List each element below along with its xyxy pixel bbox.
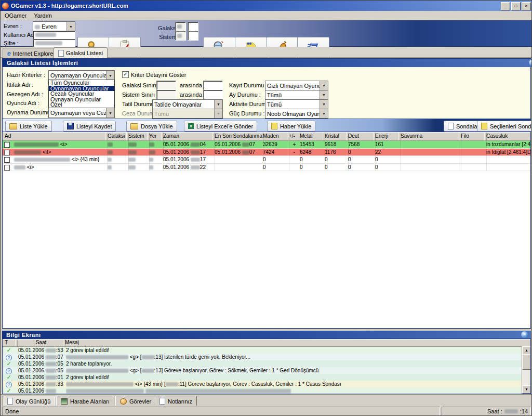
tab-notlariniz[interactable]: Notlarınız — [155, 396, 197, 407]
evren-label: Evren : — [4, 23, 22, 29]
tab-internet-explorer[interactable]: e Internet Explorer — [3, 48, 60, 58]
log-row[interactable]: ✓ 05.01.2006 :01 2 görev iptal edildi! — [3, 374, 530, 381]
table-row[interactable]: <i> {43 min} 05.01.2006 17 0 0 0 0 0 — [3, 156, 530, 164]
col-sistem[interactable]: Sistem — [126, 132, 150, 140]
col-savunma[interactable]: Savunma — [398, 132, 461, 140]
table-row[interactable]: <iI> 05.01.2006 17 05.01.2006 07 7424 - … — [3, 149, 530, 157]
table-row[interactable]: <i> 05.01.2006 04 05.01.2006 07 32639 + … — [3, 141, 530, 149]
col-maden[interactable]: Maden — [261, 132, 289, 140]
log-row-partial[interactable]: ✓ 05.01.2006 — [3, 387, 530, 394]
col-galaksi[interactable]: Galaksi — [105, 132, 129, 140]
col-kristal[interactable]: Kristal — [323, 132, 349, 140]
status-text: Done — [2, 407, 440, 416]
restore-icon[interactable]: ❐ — [511, 2, 521, 10]
col-casusluk[interactable]: Casusluk — [484, 132, 531, 140]
close-icon[interactable]: × — [522, 2, 531, 10]
status-bar: Done Saat : :14 — [1, 406, 532, 416]
question-bubble-icon: ? — [6, 355, 12, 360]
toolbar: Evren : Evren ▼ Kullanıcı Adı : Şifre : … — [1, 20, 532, 47]
chevron-down-icon[interactable]: ▼ — [66, 22, 75, 31]
title-bar: OGamer v1.3 - http://ogamer.shortURL.com… — [1, 1, 532, 11]
bilgi-ekrani-header: Bilgi Ekranı « — [2, 331, 531, 339]
col-mesaj[interactable]: Mesaj — [63, 339, 530, 346]
secilenleri-sondala-button[interactable]: Seçilenleri Sondala — [477, 121, 532, 132]
scroll-down-icon[interactable]: ▼ — [522, 385, 531, 394]
log-row[interactable]: ? 05.01.2006 :07 <g> [:13] İstenilen tür… — [3, 354, 530, 360]
sistem-sinir-to[interactable] — [203, 90, 223, 99]
haber-yukle-button[interactable]: Haber Yükle — [267, 121, 315, 132]
galaksi-from-input[interactable] — [175, 22, 186, 31]
guc-durumu-select[interactable]: Noob Olmayan Oyuncular ▼ — [265, 109, 328, 119]
col-zaman[interactable]: Zaman — [161, 132, 215, 140]
action-bar: Liste Yükle Listeyi Kaydet Dosya Yükle X… — [2, 119, 531, 132]
tatil-durumu-select[interactable]: Tatilde Olmayanlar ▼ — [152, 99, 223, 109]
col-enerji[interactable]: Enerji — [373, 132, 401, 140]
chevron-down-icon[interactable]: ▼ — [320, 90, 328, 99]
bilgi-ekrani-list: T Saat Mesaj ✓ 05.01.2006 :53 2 görev ip… — [2, 339, 531, 394]
galaksi-to-input[interactable] — [188, 22, 198, 31]
tasks-icon — [120, 398, 127, 405]
sistem-to-input[interactable] — [188, 31, 198, 41]
galaksi-sinir-from[interactable] — [156, 81, 176, 90]
dropdown-option[interactable]: Cezalı Oyuncular — [49, 91, 114, 97]
kullanici-input[interactable] — [33, 31, 75, 40]
tab-gorevler[interactable]: Görevler — [115, 396, 156, 407]
scrollbar[interactable]: ▲ ▼ — [522, 346, 530, 394]
log-row[interactable]: ✓ 05.01.2006 :05 2 harabe toplanıyor. — [3, 360, 530, 367]
col-ad[interactable]: Ad — [3, 132, 108, 140]
col-metal[interactable]: Metal — [298, 132, 325, 140]
menu-yardim[interactable]: Yardım — [34, 12, 52, 19]
col-saat[interactable]: Saat — [15, 339, 65, 346]
hazir-kriterler-select[interactable]: Oynamayan Oyuncular ▼ — [48, 70, 115, 81]
chevron-down-icon: ▼ — [214, 109, 222, 118]
minimize-icon[interactable]: _ — [501, 2, 510, 10]
kayit-durumu-select[interactable]: Gizli Olmayan Oyuncular ▼ — [265, 81, 328, 90]
table-row[interactable]: <i> 05.01.2006 22 0 0 0 0 0 — [3, 164, 530, 172]
chevron-down-icon[interactable]: ▼ — [106, 71, 114, 80]
chevron-down-icon[interactable]: ▼ — [320, 100, 328, 109]
log-row[interactable]: ✓ 05.01.2006 :53 2 görev iptal edildi! — [3, 347, 530, 354]
excel-gonder-button[interactable]: XListeyi Excel'e Gönder — [184, 121, 257, 132]
tab-strip: e Internet Explorer Galaksi Listesi — [1, 47, 532, 58]
tab-galaksi-listesi[interactable]: Galaksi Listesi — [54, 47, 108, 58]
chevron-down-icon[interactable]: ▼ — [320, 81, 328, 90]
ay-durumu-select[interactable]: Tümü ▼ — [265, 90, 328, 100]
kriter-detay-label: Kriter Detayını Göster — [131, 72, 186, 78]
scroll-up-icon[interactable]: ▲ — [522, 346, 531, 355]
scroll-thumb[interactable] — [522, 354, 531, 370]
sistem-sinir-from[interactable] — [156, 90, 176, 99]
success-check-icon: ✓ — [3, 387, 15, 394]
sondala-button[interactable]: Sondala — [444, 121, 481, 132]
menu-ogamer[interactable]: OGamer — [5, 12, 26, 19]
probe-selected-icon — [481, 123, 487, 129]
sistem-sinir-label: Sistem Sınırı : — [122, 92, 158, 98]
tab-olay-gunlugu[interactable]: Olay Günlüğü — [3, 396, 55, 407]
kriter-detay-checkbox[interactable]: ✓ — [122, 71, 129, 78]
news-page-icon — [271, 123, 277, 129]
col-deut[interactable]: Deut — [346, 132, 376, 140]
chevron-down-icon[interactable]: ▼ — [320, 109, 328, 118]
galaksi-sinir-to[interactable] — [203, 81, 223, 90]
evren-select[interactable]: Evren ▼ — [33, 21, 75, 32]
aktivite-durumu-select[interactable]: Tümü ▼ — [265, 99, 328, 109]
tab-harabe-alanlari[interactable]: Harabe Alanları — [56, 396, 114, 407]
listeyi-kaydet-button[interactable]: Listeyi Kaydet — [63, 121, 116, 132]
chevron-down-icon[interactable]: ▼ — [106, 108, 114, 118]
liste-yukle-button[interactable]: Liste Yükle — [5, 121, 52, 132]
col-filo[interactable]: Filo — [459, 132, 487, 140]
chevron-down-icon[interactable]: ▼ — [214, 100, 222, 109]
log-row[interactable]: ? 05.01.2006 :05 <g> [:13] Göreve başlan… — [3, 367, 530, 374]
collapse-panel-icon[interactable]: « — [529, 59, 532, 66]
sifre-label: Şifre : — [4, 40, 19, 46]
app-icon — [2, 3, 9, 9]
col-enson[interactable]: En Son Sondalanma... — [212, 132, 263, 140]
collapse-panel-icon[interactable]: « — [521, 331, 528, 338]
bilgi-header-row: T Saat Mesaj — [3, 339, 530, 347]
oynama-durumu-select[interactable]: Oynamayan veya Cezalılar ▼ — [48, 108, 115, 118]
dosya-yukle-button[interactable]: Dosya Yükle — [126, 121, 177, 132]
dropdown-option[interactable]: Özel — [49, 102, 114, 108]
log-row[interactable]: ? 05.01.2006 :33 <i> {43 min} [:11] Göre… — [3, 381, 530, 387]
sistem-from-input[interactable] — [175, 31, 186, 41]
guc-durumu-label: Güç Durumu : — [229, 110, 264, 116]
dropdown-option[interactable]: Tüm Oyuncular — [49, 80, 114, 86]
